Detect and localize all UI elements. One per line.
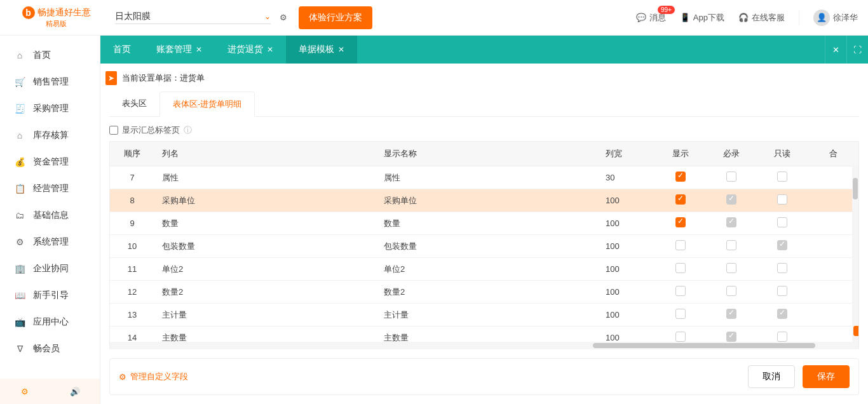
app-download-link[interactable]: 📱 App下载: [680, 12, 724, 24]
checkbox[interactable]: [726, 332, 736, 342]
subtab[interactable]: 表体区-进货单明细: [159, 91, 255, 117]
main: 首页账套管理✕进货退货✕单据模板✕ ✕ ⛶ ➤ 当前设置单据：进货单 表头区表体…: [100, 36, 868, 404]
sidebar-icon: 🧾: [14, 103, 25, 114]
sidebar-icon: 📺: [14, 316, 25, 328]
checkbox[interactable]: [777, 240, 787, 250]
sidebar-item[interactable]: 📺应用中心: [0, 309, 100, 335]
sidebar-item[interactable]: 🗂基础信息: [0, 202, 100, 229]
table-row[interactable]: 10包装数量包装数量100: [110, 235, 858, 258]
sidebar-item[interactable]: 📖新手引导: [0, 282, 100, 309]
tip-row: ➤ 当前设置单据：进货单: [100, 64, 868, 91]
tab[interactable]: 账套管理✕: [144, 36, 215, 64]
cell-name: 采购单位: [154, 189, 376, 212]
checkbox[interactable]: [777, 194, 787, 205]
th-sum: 合: [808, 142, 858, 166]
checkbox[interactable]: [675, 240, 686, 250]
checkbox[interactable]: [675, 332, 686, 342]
messages-link[interactable]: 💬 消息 99+: [636, 12, 666, 24]
checkbox[interactable]: [675, 217, 686, 227]
vertical-scrollbar[interactable]: [852, 164, 858, 342]
cell-readonly: [757, 166, 808, 189]
sidebar-item[interactable]: ⚙系统管理: [0, 229, 100, 255]
sidebar-item[interactable]: ⌂首页: [0, 42, 100, 69]
checkbox[interactable]: [726, 240, 736, 250]
tab[interactable]: 单据模板✕: [286, 36, 357, 64]
help-icon[interactable]: ⓘ: [184, 125, 192, 136]
fullscreen-icon[interactable]: ⛶: [846, 36, 868, 64]
checkbox[interactable]: [777, 286, 787, 296]
checkbox[interactable]: [675, 172, 686, 182]
sidebar-item[interactable]: 🧾采购管理: [0, 95, 100, 122]
footer-bar: ⚙ 管理自定义字段 取消 保存: [109, 358, 859, 395]
tab-close-icon[interactable]: ✕: [267, 45, 273, 54]
cell-display: 数量2: [376, 281, 598, 304]
sidebar-item[interactable]: 🏢企业协同: [0, 255, 100, 282]
arrow-right-icon[interactable]: ➤: [105, 71, 117, 85]
th-seq: 顺序: [110, 142, 154, 166]
checkbox[interactable]: [777, 309, 787, 319]
tip-doc: 进货单: [180, 73, 205, 83]
table-row[interactable]: 7属性属性30: [110, 166, 858, 189]
table-wrap: 顺序 列名 显示名称 列宽 显示 必录 只读 合 7属性属性308采购单位采购单…: [109, 141, 859, 349]
sidebar-item[interactable]: ∇畅会员: [0, 335, 100, 362]
table-row[interactable]: 9数量数量100: [110, 212, 858, 235]
manage-fields-label: 管理自定义字段: [130, 371, 188, 382]
headset-icon: 🎧: [738, 13, 749, 22]
cell-sum: [808, 166, 858, 189]
tab[interactable]: 首页: [100, 36, 144, 64]
checkbox[interactable]: [675, 286, 686, 296]
cell-name: 包装数量: [154, 235, 376, 258]
customer-service-link[interactable]: 🎧 在线客服: [738, 12, 785, 24]
sidebar-item[interactable]: ⌂库存核算: [0, 122, 100, 149]
checkbox[interactable]: [777, 332, 787, 342]
checkbox[interactable]: [726, 263, 736, 273]
org-selector[interactable]: 日太阳膜 ⌄: [115, 11, 271, 24]
avatar: 👤: [813, 10, 830, 26]
table-row[interactable]: 11单位2单位2100: [110, 258, 858, 281]
table-row[interactable]: 8采购单位采购单位100: [110, 189, 858, 212]
checkbox[interactable]: [726, 194, 736, 205]
sidebar-item-label: 畅会员: [33, 343, 60, 354]
close-all-icon[interactable]: ✕: [825, 36, 846, 64]
subtab[interactable]: 表头区: [109, 91, 159, 116]
checkbox[interactable]: [726, 309, 736, 319]
sidebar-item-label: 采购管理: [33, 103, 69, 114]
divider: [799, 10, 799, 25]
checkbox[interactable]: [726, 217, 736, 227]
sidebar-item[interactable]: 📋经营管理: [0, 175, 100, 202]
checkbox[interactable]: [675, 309, 686, 319]
checkbox[interactable]: [675, 263, 686, 273]
cell-name: 主计量: [154, 304, 376, 327]
checkbox[interactable]: [726, 172, 736, 182]
user-menu[interactable]: 👤 徐泽华: [813, 10, 858, 26]
tab-close-icon[interactable]: ✕: [196, 45, 202, 54]
checkbox[interactable]: [675, 194, 686, 205]
sound-icon[interactable]: 🔊: [50, 379, 100, 404]
tab-close-icon[interactable]: ✕: [338, 45, 344, 54]
cancel-button[interactable]: 取消: [748, 365, 795, 388]
option-row: 显示汇总标签页 ⓘ: [100, 117, 868, 141]
checkbox[interactable]: [777, 217, 787, 227]
th-readonly: 只读: [757, 142, 808, 166]
tab[interactable]: 进货退货✕: [215, 36, 286, 64]
cell-name: 数量: [154, 212, 376, 235]
sidebar-item-label: 首页: [33, 50, 51, 61]
save-button[interactable]: 保存: [803, 365, 850, 388]
summary-checkbox[interactable]: [109, 126, 118, 135]
table-row[interactable]: 13主计量主计量100: [110, 304, 858, 327]
cell-sum: [808, 258, 858, 281]
table-row[interactable]: 12数量2数量2100: [110, 281, 858, 304]
checkbox[interactable]: [777, 263, 787, 273]
settings-icon[interactable]: ⚙: [0, 379, 50, 404]
side-marker: [853, 326, 858, 336]
sidebar-item[interactable]: 🛒销售管理: [0, 69, 100, 95]
sidebar-item-label: 应用中心: [33, 316, 69, 328]
checkbox[interactable]: [726, 286, 736, 296]
manage-fields-link[interactable]: ⚙ 管理自定义字段: [119, 371, 188, 382]
gear-icon[interactable]: ⚙: [280, 13, 287, 22]
horizontal-scrollbar[interactable]: [110, 342, 858, 349]
cell-required: [706, 212, 757, 235]
sidebar-item[interactable]: 💰资金管理: [0, 149, 100, 175]
checkbox[interactable]: [777, 172, 787, 182]
trial-button[interactable]: 体验行业方案: [299, 6, 372, 29]
